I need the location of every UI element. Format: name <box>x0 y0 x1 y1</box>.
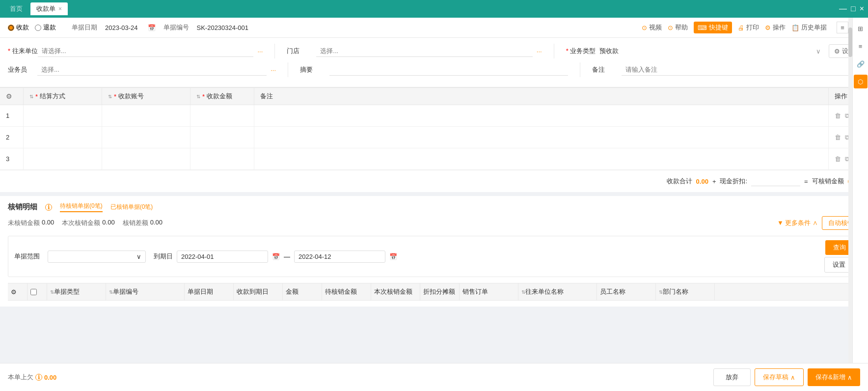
save-draft-arrow-icon: ∧ <box>790 374 795 381</box>
td-account-3[interactable] <box>102 148 190 169</box>
window-close-icon[interactable]: × <box>860 4 864 13</box>
td-settlement-2[interactable] <box>24 127 102 148</box>
help-icon: ⊙ <box>668 24 673 31</box>
operation-icon: ⚙ <box>765 24 771 31</box>
delete-row-1-icon[interactable]: 🗑 <box>835 112 841 119</box>
save-draft-button[interactable]: 保存草稿 ∧ <box>755 368 804 386</box>
completed-tab[interactable]: 已核销单据(0笔) <box>110 203 153 211</box>
counterparty-input[interactable] <box>38 45 254 57</box>
counterparty-label: 往来单位 <box>8 47 38 56</box>
business-type-label: 业务类型 <box>566 47 596 56</box>
scrollbar-thumb[interactable] <box>848 28 852 57</box>
window-max-icon[interactable]: □ <box>851 4 856 13</box>
calendar-icon[interactable]: 📅 <box>148 24 156 31</box>
more-filter-btn[interactable]: ▼ 更多条件 ∧ <box>777 219 818 227</box>
td-account-2[interactable] <box>102 127 190 148</box>
unverified-label: 未核销金额 <box>8 219 40 227</box>
sidebar-list-icon[interactable]: ≡ <box>854 39 868 53</box>
close-tab-icon[interactable]: × <box>58 5 62 12</box>
bth-settings[interactable]: ⚙ <box>8 283 27 300</box>
counterparty-more-icon[interactable]: ··· <box>257 48 263 55</box>
td-settlement-1[interactable] <box>24 105 102 126</box>
total-value: 0.00 <box>696 178 708 185</box>
reconcile-actions: ▼ 更多条件 ∧ 自动核销 <box>777 216 860 230</box>
staff-input[interactable] <box>37 64 267 76</box>
store-field: 门店 ··· <box>287 45 542 57</box>
store-input[interactable] <box>316 45 532 57</box>
td-amount-2[interactable] <box>190 127 254 148</box>
delete-row-3-icon[interactable]: 🗑 <box>835 155 841 163</box>
store-more-icon[interactable]: ··· <box>537 48 542 55</box>
diff-label: 核销差额 <box>123 219 148 227</box>
receipt-tab[interactable]: 收款单 × <box>30 2 68 15</box>
th-settlement: ⇅ * 结算方式 <box>24 88 102 105</box>
discount-label: 现金折扣: <box>720 177 747 186</box>
td-settlement-3[interactable] <box>24 148 102 169</box>
bth-checkbox[interactable] <box>27 283 47 300</box>
form-section: 往来单位 ··· 门店 ··· 业务类型 预收款 ∨ ⚙ 设置 业务员 ··· … <box>0 38 868 87</box>
td-amount-1[interactable] <box>190 105 254 126</box>
print-action[interactable]: 🖨 打印 <box>738 23 759 32</box>
staff-more-icon[interactable]: ··· <box>271 66 276 74</box>
home-tab[interactable]: 首页 <box>4 2 28 15</box>
staff-label: 业务员 <box>8 65 37 74</box>
td-remark-3[interactable] <box>254 148 829 169</box>
td-amount-3[interactable] <box>190 148 254 169</box>
current-label: 本次核销金额 <box>62 219 100 227</box>
operation-label: 操作 <box>773 23 786 32</box>
staff-field: 业务员 ··· <box>8 64 276 76</box>
table-settings-icon[interactable]: ⚙ <box>6 92 12 100</box>
date-to-calendar-icon[interactable]: 📅 <box>389 253 397 260</box>
date-from-calendar-icon[interactable]: 📅 <box>272 253 280 260</box>
remark-input[interactable] <box>622 64 860 76</box>
delete-row-2-icon[interactable]: 🗑 <box>835 134 841 141</box>
bth-staff: 员工名称 <box>597 283 656 300</box>
video-action[interactable]: ⊙ 视频 <box>642 23 662 32</box>
td-remark-1[interactable] <box>254 105 829 126</box>
summary-input[interactable] <box>329 64 568 76</box>
pending-tab[interactable]: 待核销单据(0笔) <box>60 202 103 212</box>
receipt-radio[interactable]: 收款 <box>8 23 29 32</box>
history-action[interactable]: 📋 历史单据 <box>791 23 827 32</box>
list-layout-btn[interactable]: ≡ <box>837 22 848 33</box>
bottom-bar: 本单上欠 ℹ 0.00 放弃 保存草稿 ∧ 保存&新增 ∧ <box>0 363 868 391</box>
select-all-checkbox[interactable] <box>30 289 37 295</box>
store-label: 门店 <box>287 47 316 56</box>
business-type-dropdown-icon[interactable]: ∨ <box>816 48 821 55</box>
td-remark-2[interactable] <box>254 127 829 148</box>
section-divider <box>0 192 868 196</box>
date-to-input[interactable] <box>294 251 385 263</box>
sidebar-active-icon[interactable]: ⬡ <box>854 75 868 88</box>
tab-label: 收款单 <box>36 4 55 13</box>
th-amount: ⇅ * 收款金额 <box>190 88 254 105</box>
td-account-1[interactable] <box>102 105 190 126</box>
plus-sign: + <box>712 178 716 185</box>
reconcile-title: 核销明细 <box>8 202 37 212</box>
range-label: 单据范围 <box>14 252 40 261</box>
shortcut-action[interactable]: ⌨ 快捷键 <box>694 22 732 33</box>
date-from-input[interactable] <box>177 251 268 263</box>
range-dropdown-icon: ∨ <box>136 253 141 260</box>
window-min-icon[interactable]: — <box>839 4 847 13</box>
number-value: SK-20230324-001 <box>197 24 249 31</box>
bth-type: ⇅ 单据类型 <box>47 283 106 300</box>
business-type-field: 业务类型 预收款 ∨ <box>566 45 821 57</box>
filter-row: 单据范围 ∨ 到期日 📅 — 📅 查询 设置 <box>8 236 860 277</box>
reconcile-info-icon[interactable]: ℹ <box>45 204 52 211</box>
save-new-button[interactable]: 保存&新增 ∧ <box>808 368 860 386</box>
history-label: 历史单据 <box>801 23 827 32</box>
bth-settings-icon[interactable]: ⚙ <box>11 288 17 296</box>
bottom-bar-actions: 放弃 保存草稿 ∧ 保存&新增 ∧ <box>713 368 860 386</box>
type-radio-group: 收款 退款 <box>8 23 56 32</box>
discount-input[interactable] <box>751 176 800 186</box>
range-select[interactable]: ∨ <box>48 251 146 263</box>
refund-radio[interactable]: 退款 <box>35 23 56 32</box>
sidebar-table-icon[interactable]: ⊞ <box>854 22 868 35</box>
abandon-button[interactable]: 放弃 <box>713 368 751 386</box>
bth-number: ⇅ 单据编号 <box>106 283 185 300</box>
operation-action[interactable]: ⚙ 操作 <box>765 23 786 32</box>
info-help-icon[interactable]: ℹ <box>35 374 42 381</box>
th-settings[interactable]: ⚙ <box>0 88 24 105</box>
sidebar-link-icon[interactable]: 🔗 <box>854 57 868 71</box>
help-action[interactable]: ⊙ 帮助 <box>668 23 688 32</box>
